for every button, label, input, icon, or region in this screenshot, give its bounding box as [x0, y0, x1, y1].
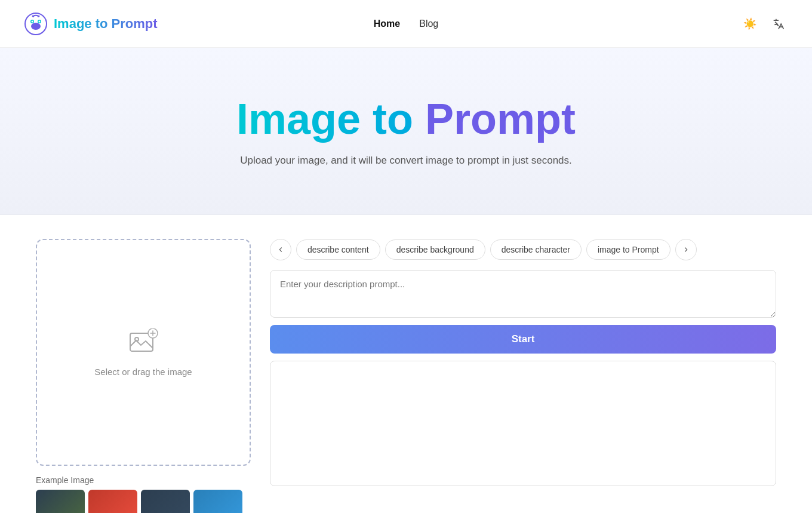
tab-describe-content[interactable]: describe content [296, 239, 380, 260]
main-nav: Home Blog [374, 19, 438, 29]
logo-area: Image to Prompt [24, 12, 158, 36]
example-image-3[interactable] [141, 490, 190, 513]
nav-home[interactable]: Home [374, 19, 400, 29]
logo-text: Image to Prompt [54, 16, 158, 32]
example-image-4[interactable] [193, 490, 242, 513]
theme-toggle-button[interactable]: ☀️ [740, 14, 759, 33]
tabs-prev-button[interactable] [270, 239, 291, 260]
hero-title: Image to Prompt [236, 96, 576, 143]
nav-blog[interactable]: Blog [419, 19, 438, 29]
svg-point-5 [39, 20, 41, 22]
logo-icon [24, 12, 48, 36]
right-panel: describe content describe background des… [270, 239, 776, 486]
example-image-1[interactable] [36, 490, 85, 513]
svg-point-6 [32, 15, 34, 17]
hero-subtitle: Upload your image, and it will be conver… [240, 155, 572, 167]
chevron-right-icon [682, 245, 690, 254]
upload-image-icon [128, 328, 159, 360]
translate-icon [773, 18, 785, 30]
header-actions: ☀️ [740, 14, 788, 33]
upload-section: Select or drag the image Example Image [36, 239, 251, 513]
svg-point-4 [32, 20, 33, 22]
tab-describe-character[interactable]: describe character [490, 239, 582, 260]
tab-image-to-prompt[interactable]: image to Prompt [586, 239, 670, 260]
prompt-textarea[interactable] [270, 270, 776, 318]
example-label: Example Image [36, 475, 251, 485]
example-images-section: Example Image [36, 475, 251, 513]
hero-title-prompt: Prompt [425, 95, 576, 143]
tabs-row: describe content describe background des… [270, 239, 776, 260]
svg-point-1 [31, 23, 41, 30]
upload-placeholder-text: Select or drag the image [94, 367, 192, 377]
chevron-left-icon [276, 245, 285, 254]
language-toggle-button[interactable] [769, 14, 788, 33]
start-button[interactable]: Start [270, 325, 776, 354]
tabs-next-button[interactable] [675, 239, 697, 260]
output-area [270, 361, 776, 486]
svg-point-7 [38, 15, 40, 17]
hero-title-image: Image to [236, 95, 425, 143]
main-content: Select or drag the image Example Image d… [0, 215, 812, 513]
site-header: Image to Prompt Home Blog ☀️ [0, 0, 812, 48]
sun-icon: ☀️ [743, 17, 756, 30]
upload-area[interactable]: Select or drag the image [36, 239, 251, 466]
example-image-2[interactable] [88, 490, 137, 513]
hero-section: Image to Prompt Upload your image, and i… [0, 48, 812, 215]
example-images-row [36, 490, 251, 513]
tab-describe-background[interactable]: describe background [385, 239, 485, 260]
